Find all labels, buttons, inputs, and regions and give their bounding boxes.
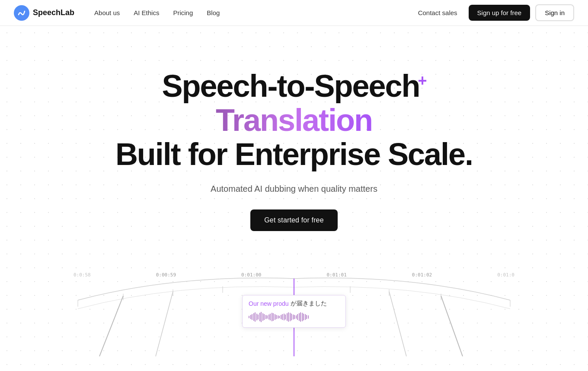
nav-link-about-us[interactable]: About us bbox=[88, 6, 126, 20]
waveform-bar bbox=[259, 313, 260, 321]
waveform-bar bbox=[249, 316, 249, 318]
hero-subtitle: Automated AI dubbing when quality matter… bbox=[108, 184, 480, 194]
waveform-bar bbox=[305, 314, 306, 320]
signin-button[interactable]: Sign in bbox=[535, 4, 574, 21]
waveform-bar bbox=[282, 314, 283, 320]
subtitle-card: Our new produ が届きました bbox=[242, 295, 346, 328]
waveform-bar bbox=[261, 312, 262, 322]
waveform-bar bbox=[270, 314, 271, 320]
logo-link[interactable]: SpeechLab bbox=[14, 5, 74, 21]
navbar: SpeechLab About us AI Ethics Pricing Blo… bbox=[0, 0, 588, 26]
waveform-bar bbox=[265, 315, 266, 319]
waveform-bar bbox=[267, 315, 268, 319]
waveform bbox=[249, 311, 339, 323]
waveform-bar bbox=[276, 315, 277, 319]
waveform-bar bbox=[288, 312, 289, 322]
logo-text: SpeechLab bbox=[33, 8, 74, 17]
waveform-bar bbox=[262, 313, 263, 321]
waveform-bar bbox=[296, 315, 297, 319]
svg-line-11 bbox=[156, 292, 173, 356]
hero-title-line1: Speech-to-Speech+Translation bbox=[108, 69, 480, 137]
waveform-bar bbox=[268, 314, 269, 320]
timestamp-2: 0:01:00 bbox=[241, 272, 261, 278]
waveform-bar bbox=[279, 316, 280, 318]
waveform-bar bbox=[273, 313, 274, 321]
waveform-bar bbox=[275, 314, 275, 320]
hero-section: Speech-to-Speech+Translation Built for E… bbox=[0, 26, 588, 371]
timeline-wrapper: 0:0:58 0:00:59 0:01:00 0:01:01 0:01:02 0… bbox=[0, 266, 588, 361]
svg-line-12 bbox=[441, 296, 463, 356]
waveform-bar bbox=[287, 313, 288, 321]
signup-button[interactable]: Sign up for free bbox=[469, 5, 530, 21]
nav-right: Contact sales Sign up for free Sign in bbox=[412, 4, 574, 21]
timestamp-0: 0:0:58 bbox=[74, 272, 91, 278]
waveform-bar bbox=[300, 312, 301, 322]
timestamp-5: 0:01:0 bbox=[497, 272, 514, 278]
waveform-bar bbox=[306, 315, 307, 319]
get-started-button[interactable]: Get started for free bbox=[250, 209, 337, 231]
waveform-bar bbox=[255, 312, 256, 322]
waveform-bar bbox=[297, 314, 298, 320]
timestamp-3: 0:01:01 bbox=[326, 272, 346, 278]
hero-title-plain: Speech-to-Speech bbox=[162, 69, 419, 103]
subtitle-original: Our new produ bbox=[249, 300, 289, 307]
svg-line-13 bbox=[389, 292, 406, 356]
timestamp-4: 0:01:02 bbox=[412, 272, 432, 278]
nav-links: About us AI Ethics Pricing Blog bbox=[88, 6, 226, 20]
speechlab-logo-icon bbox=[14, 5, 29, 21]
waveform-bar bbox=[303, 314, 304, 320]
waveform-bar bbox=[250, 315, 251, 319]
hero-title: Speech-to-Speech+Translation Built for E… bbox=[108, 69, 480, 172]
timeline-container: 0:0:58 0:00:59 0:01:00 0:01:01 0:01:02 0… bbox=[56, 266, 532, 361]
waveform-bar bbox=[284, 314, 284, 320]
waveform-bar bbox=[299, 313, 300, 321]
timestamp-1: 0:00:59 bbox=[156, 272, 176, 278]
hero-title-gradient: Translation bbox=[216, 103, 372, 137]
waveform-bar bbox=[291, 314, 292, 320]
waveform-bar bbox=[258, 314, 259, 320]
subtitle-card-wrapper: Our new produ が届きました bbox=[242, 295, 346, 328]
waveform-bar bbox=[252, 314, 252, 320]
waveform-bar bbox=[264, 314, 265, 320]
svg-line-10 bbox=[99, 296, 123, 356]
waveform-bar bbox=[308, 315, 309, 319]
hero-content: Speech-to-Speech+Translation Built for E… bbox=[99, 69, 489, 231]
waveform-bar bbox=[278, 315, 278, 319]
subtitle-translated: が届きました bbox=[291, 300, 327, 308]
nav-link-pricing[interactable]: Pricing bbox=[167, 6, 199, 20]
nav-link-ai-ethics[interactable]: AI Ethics bbox=[128, 6, 165, 20]
nav-left: SpeechLab About us AI Ethics Pricing Blo… bbox=[14, 5, 226, 21]
timestamps-row: 0:0:58 0:00:59 0:01:00 0:01:01 0:01:02 0… bbox=[56, 272, 532, 278]
waveform-bar bbox=[302, 313, 303, 321]
waveform-bar bbox=[293, 314, 294, 320]
waveform-bar bbox=[281, 315, 281, 319]
waveform-bar bbox=[290, 313, 291, 321]
waveform-bar bbox=[294, 315, 295, 319]
waveform-bar bbox=[256, 314, 257, 320]
waveform-bar bbox=[253, 313, 254, 321]
waveform-bar bbox=[285, 314, 286, 320]
contact-sales-link[interactable]: Contact sales bbox=[412, 6, 463, 20]
subtitle-text-row: Our new produ が届きました bbox=[249, 300, 339, 308]
hero-title-line2: Built for Enterprise Scale. bbox=[108, 137, 480, 171]
hero-plus-icon: + bbox=[418, 72, 426, 89]
waveform-bar bbox=[272, 313, 272, 321]
nav-link-blog[interactable]: Blog bbox=[201, 6, 226, 20]
